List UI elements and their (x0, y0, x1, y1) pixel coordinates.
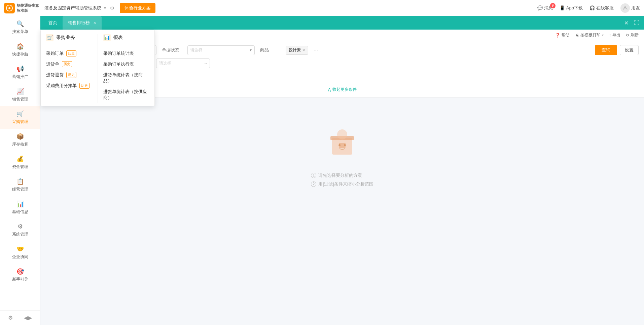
purchase-icon: 🛒 (16, 110, 24, 118)
collaboration-icon: 🤝 (16, 245, 24, 253)
print-dropdown-icon[interactable]: ▾ (602, 33, 604, 37)
inventory-icon: 📦 (16, 133, 24, 140)
export-button[interactable]: ↑ 导出 (609, 32, 620, 38)
bill-status-arrow-icon: ▾ (250, 48, 252, 52)
reports-header-icon: 📊 (103, 34, 111, 41)
empty-illustration (322, 124, 362, 164)
refresh-icon: ↻ (626, 33, 629, 38)
sidebar-item-purchase[interactable]: 🛒 采购管理 (0, 106, 40, 129)
sidebar-item-finance[interactable]: 💰 资金管理 (0, 151, 40, 174)
headset-icon: 🎧 (589, 5, 595, 10)
empty-tips: 1 请先选择要分析的方案 2 用[过滤]条件来缩小分析范围 (311, 171, 373, 189)
dropdown-item-report-1[interactable]: 采购订单统计表 (103, 48, 149, 59)
industry-button[interactable]: 体验行业方案 (120, 3, 155, 13)
help-button[interactable]: ❓ 帮助 (555, 32, 570, 38)
empty-tip-1: 1 请先选择要分析的方案 (311, 171, 373, 180)
collapse-sidebar-icon[interactable]: ◀▶ (24, 315, 32, 321)
app-name: 畅捷通好生意 标准版 (17, 3, 39, 13)
goods-label: 商品 (260, 47, 280, 53)
collapse-icon: ⋀ (328, 87, 331, 92)
goods-filter-tag: 设计素 ✕ (286, 46, 308, 55)
dropdown-purchase-menu: 🛒 采购业务 采购订单 历史 进货单 历史 进货退货 历史 采购费用分摊单 历史 (40, 30, 155, 106)
topbar: 畅捷通好生意 标准版 装备及固定资产辅助管理系统 ▾ ⚙ 体验行业方案 💬 消息… (0, 0, 644, 16)
bill-status-select[interactable]: 请选择 ▾ (187, 45, 255, 55)
dropdown-item-report-3[interactable]: 进货单统计表（按商品） (103, 70, 149, 86)
dropdown-item-report-2[interactable]: 采购订单执行表 (103, 59, 149, 70)
message-icon: 💬 (537, 5, 543, 10)
finance-icon: 💰 (16, 155, 24, 163)
home-icon: 🏠 (16, 43, 24, 50)
goods-tag-close-icon[interactable]: ✕ (302, 48, 305, 52)
help-icon: ❓ (555, 33, 560, 38)
dropdown-col-purchase: 🛒 采购业务 采购订单 历史 进货单 历史 进货退货 历史 采购费用分摊单 历史 (41, 34, 98, 103)
sidebar-item-sales[interactable]: 📈 销售管理 (0, 84, 40, 106)
message-badge: 9 (550, 3, 556, 8)
tab-close-window-icon[interactable]: ✕ (622, 18, 631, 28)
basic-info-icon: 📊 (16, 200, 24, 208)
hist-badge-1: 历史 (62, 61, 72, 67)
salesperson-arrow-icon: ··· (204, 61, 207, 66)
sidebar-item-inventory[interactable]: 📦 库存核算 (0, 129, 40, 151)
setting-button[interactable]: 设置 (620, 45, 639, 55)
dropdown-item-purchase-fee[interactable]: 采购费用分摊单 历史 (46, 80, 92, 91)
print-button[interactable]: 🖨 按模板打印 ▾ (575, 32, 604, 38)
app-download-button[interactable]: 📱 App下载 (560, 5, 583, 11)
sidebar-item-guide[interactable]: 🎯 新手引导 (0, 264, 40, 286)
salesperson-select[interactable]: 请选择 ··· (156, 58, 210, 68)
hist-badge-0: 历史 (66, 50, 76, 56)
topbar-right: 💬 消息 9 📱 App下载 🎧 在线客服 用友 (537, 3, 640, 13)
phone-icon: 📱 (560, 5, 565, 10)
settings-footer-icon[interactable]: ⚙ (8, 315, 13, 321)
management-icon: 📋 (16, 178, 24, 185)
dropdown-item-purchase-order[interactable]: 采购订单 历史 (46, 48, 92, 59)
system-icon: ⚙ (17, 223, 23, 230)
sidebar-item-basic-info[interactable]: 📊 基础信息 (0, 196, 40, 219)
tab-close-icon[interactable]: ✕ (93, 21, 96, 25)
system-info: 装备及固定资产辅助管理系统 ▾ ⚙ 体验行业方案 (44, 3, 537, 13)
empty-state: 1 请先选择要分析的方案 2 用[过滤]条件来缩小分析范围 (40, 97, 644, 215)
sidebar-item-collaboration[interactable]: 🤝 企业协同 (0, 241, 40, 264)
export-icon: ↑ (609, 33, 611, 38)
dropdown-col-reports: 📊 报表 采购订单统计表 采购订单执行表 进货单统计表（按商品） 进货单统计表（… (98, 34, 155, 103)
online-service-button[interactable]: 🎧 在线客服 (589, 5, 614, 11)
tab-maximize-icon[interactable]: ⛶ (632, 18, 641, 27)
tabbar-actions: ✕ ⛶ (622, 18, 641, 28)
sidebar-footer: ⚙ ◀▶ (0, 310, 40, 325)
message-button[interactable]: 💬 消息 9 (537, 5, 553, 11)
search-icon: 🔍 (16, 20, 24, 28)
dropdown-item-inbound-return[interactable]: 进货退货 历史 (46, 70, 92, 80)
sidebar-item-management[interactable]: 📋 经营管理 (0, 174, 40, 196)
bill-status-label: 单据状态 (162, 47, 182, 53)
purchase-header-icon: 🛒 (46, 34, 53, 41)
print-icon: 🖨 (575, 33, 579, 38)
dropdown-columns: 🛒 采购业务 采购订单 历史 进货单 历史 进货退货 历史 采购费用分摊单 历史 (41, 34, 154, 103)
query-button[interactable]: 查询 (595, 45, 617, 55)
hist-badge-3: 历史 (79, 83, 90, 89)
dropdown-header-purchase: 🛒 采购业务 (46, 34, 92, 44)
goods-more-dots[interactable]: ··· (314, 47, 318, 53)
app-logo: 畅捷通好生意 标准版 (4, 3, 44, 13)
tabbar: 首页 销售排行榜 ✕ ✕ ⛶ (40, 16, 644, 30)
marketing-icon: 📢 (16, 65, 24, 73)
sidebar: 🔍 搜索菜单 🏠 快捷导航 📢 营销推广 📈 销售管理 🛒 采购管理 📦 库存核… (0, 16, 40, 325)
user-button[interactable]: 用友 (620, 3, 640, 13)
dropdown-header-reports: 📊 报表 (103, 34, 149, 44)
tab-home[interactable]: 首页 (43, 16, 63, 30)
sidebar-item-marketing[interactable]: 📢 营销推广 (0, 61, 40, 84)
svg-point-4 (337, 129, 347, 139)
sidebar-item-search[interactable]: 🔍 搜索菜单 (0, 16, 40, 39)
filter-actions: 查询 设置 (595, 45, 639, 55)
svg-point-6 (338, 144, 341, 146)
empty-tip-2: 2 用[过滤]条件来缩小分析范围 (311, 180, 373, 189)
system-name: 装备及固定资产辅助管理系统 (44, 5, 101, 11)
tab-sales-rank[interactable]: 销售排行榜 ✕ (63, 16, 102, 30)
refresh-button[interactable]: ↻ 刷新 (626, 32, 639, 38)
dropdown-item-inbound[interactable]: 进货单 历史 (46, 59, 92, 70)
svg-point-7 (344, 144, 346, 146)
gear-icon[interactable]: ⚙ (110, 5, 114, 11)
dropdown-item-report-4[interactable]: 进货单统计表（按供应商） (103, 86, 149, 103)
sidebar-item-system[interactable]: ⚙ 系统管理 (0, 219, 40, 241)
sales-icon: 📈 (16, 88, 24, 95)
sidebar-item-navigation[interactable]: 🏠 快捷导航 (0, 39, 40, 61)
system-dropdown-arrow[interactable]: ▾ (104, 6, 106, 10)
